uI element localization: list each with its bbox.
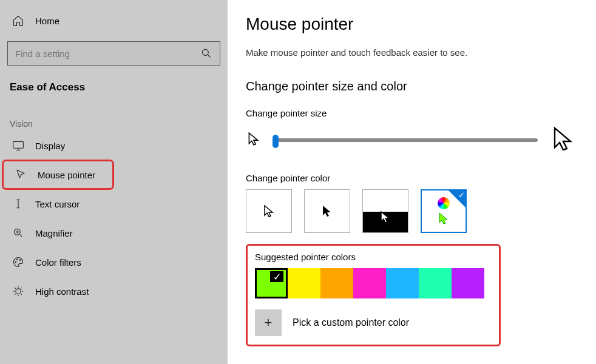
color-swatch[interactable]: [419, 268, 452, 298]
color-swatch[interactable]: [255, 268, 288, 298]
suggested-colors-zone: Suggested pointer colors + Pick a custom…: [246, 244, 501, 346]
sidebar-item-label: Text cursor: [35, 199, 80, 209]
page-description: Make mouse pointer and touch feedback ea…: [246, 47, 578, 58]
home-link[interactable]: Home: [0, 11, 228, 30]
sidebar-item-display[interactable]: Display: [0, 131, 228, 160]
svg-point-5: [20, 260, 21, 261]
pointer-scheme-black[interactable]: [304, 189, 350, 233]
home-label: Home: [35, 16, 59, 26]
sidebar-item-text-cursor[interactable]: Text cursor: [0, 189, 228, 218]
section-title: Ease of Access: [10, 81, 218, 93]
contrast-icon: [12, 285, 24, 297]
colorwheel-icon: [438, 197, 450, 209]
suggested-swatches: [255, 268, 492, 298]
color-swatch[interactable]: [320, 268, 353, 298]
sidebar-item-label: Magnifier: [35, 228, 73, 238]
pointer-size-label: Change pointer size: [246, 108, 578, 118]
color-swatch[interactable]: [288, 268, 320, 298]
color-swatch[interactable]: [386, 268, 419, 298]
cursor-small-icon: [246, 131, 262, 149]
sidebar-item-label: Display: [35, 141, 65, 151]
sidebar-item-magnifier[interactable]: Magnifier: [0, 218, 228, 248]
plus-icon: +: [255, 309, 282, 336]
color-swatch[interactable]: [353, 268, 386, 298]
svg-point-6: [16, 289, 21, 294]
sidebar-item-color-filters[interactable]: Color filters: [0, 248, 228, 277]
main-content: Mouse pointer Make mouse pointer and tou…: [228, 0, 596, 364]
svg-point-3: [15, 261, 16, 263]
color-swatch[interactable]: [452, 268, 484, 298]
page-title: Mouse pointer: [246, 15, 578, 34]
sidebar: Home Ease of Access Vision Display Mouse…: [0, 0, 228, 364]
sidebar-item-mouse-pointer[interactable]: Mouse pointer: [2, 160, 113, 189]
cursor-large-icon: [549, 124, 578, 156]
section-heading: Change pointer size and color: [246, 79, 578, 93]
pick-custom-color[interactable]: + Pick a custom pointer color: [255, 309, 492, 336]
cursor-icon: [15, 169, 27, 181]
pointer-scheme-white[interactable]: [246, 189, 292, 233]
magnifier-icon: [12, 227, 24, 239]
suggested-colors-label: Suggested pointer colors: [255, 252, 492, 262]
search-input[interactable]: [15, 49, 200, 59]
svg-point-4: [17, 259, 18, 260]
search-icon: [200, 47, 212, 59]
home-icon: [12, 15, 24, 27]
svg-rect-1: [13, 141, 24, 148]
sidebar-item-label: Color filters: [35, 257, 81, 268]
pick-custom-label: Pick a custom pointer color: [293, 317, 409, 328]
pointer-size-slider[interactable]: [273, 138, 538, 142]
sidebar-item-label: High contrast: [35, 286, 89, 297]
text-cursor-icon: [12, 198, 24, 210]
palette-icon: [12, 256, 24, 268]
selected-check-icon: [449, 190, 466, 207]
svg-point-0: [202, 49, 208, 55]
pointer-color-options: [246, 189, 578, 233]
pointer-size-row: [246, 124, 578, 156]
search-field[interactable]: [7, 41, 220, 66]
display-icon: [12, 140, 24, 152]
sidebar-item-label: Mouse pointer: [38, 170, 95, 180]
pointer-color-label: Change pointer color: [246, 173, 578, 183]
subsection-label: Vision: [10, 119, 218, 129]
pointer-scheme-inverted[interactable]: [362, 189, 408, 233]
slider-thumb[interactable]: [273, 135, 279, 148]
sidebar-item-high-contrast[interactable]: High contrast: [0, 277, 228, 306]
pointer-scheme-custom[interactable]: [421, 189, 467, 233]
